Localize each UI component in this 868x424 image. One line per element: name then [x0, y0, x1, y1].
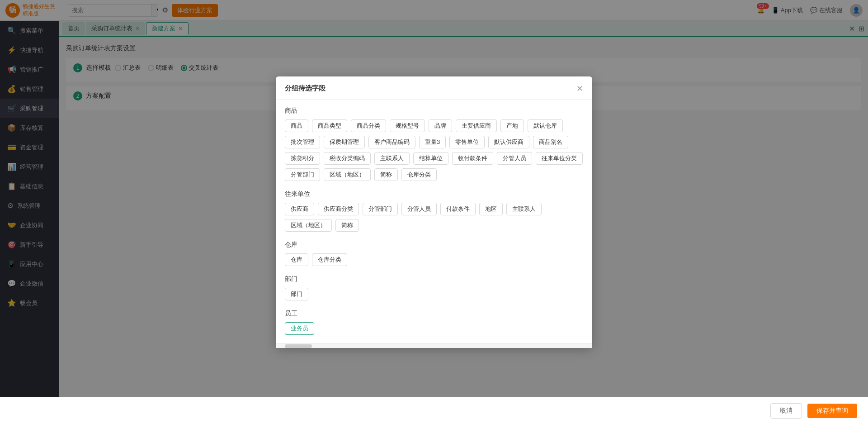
field-brand[interactable]: 品牌 [429, 119, 452, 132]
field-pick-points[interactable]: 拣货积分 [285, 152, 320, 165]
field-warehouse-type[interactable]: 仓库分类 [312, 253, 347, 266]
product-fields: 商品 商品类型 商品分类 规格型号 品牌 主要供应商 产地 默认仓库 批次管理 … [285, 119, 583, 181]
save-query-button[interactable]: 保存并查询 [807, 404, 857, 418]
field-payment-condition[interactable]: 付款条件 [440, 203, 476, 215]
field-area[interactable]: 地区 [479, 203, 503, 215]
field-dept[interactable]: 分管部门 [363, 203, 398, 215]
section-counterparty-title: 往来单位 [285, 190, 583, 198]
employee-fields: 业务员 [285, 322, 583, 335]
cancel-button[interactable]: 取消 [770, 403, 802, 419]
field-settlement-unit[interactable]: 结算单位 [413, 152, 448, 165]
section-employee: 员工 业务员 [285, 310, 583, 335]
modal-overlay: 分组待选字段 ✕ 商品 商品 商品类型 商品分类 规格型号 品牌 主要供应商 产… [0, 0, 868, 424]
field-salesperson[interactable]: 业务员 [285, 322, 314, 335]
section-product-title: 商品 [285, 107, 583, 115]
field-warehouse[interactable]: 仓库 [285, 253, 308, 266]
field-payment-terms[interactable]: 收付款条件 [452, 152, 493, 165]
field-main-supplier[interactable]: 主要供应商 [456, 119, 497, 132]
modal-body: 商品 商品 商品类型 商品分类 规格型号 品牌 主要供应商 产地 默认仓库 批次… [276, 100, 592, 343]
field-default-supplier[interactable]: 默认供应商 [488, 136, 529, 148]
modal-header: 分组待选字段 ✕ [276, 76, 592, 100]
field-weight3[interactable]: 重量3 [419, 136, 446, 148]
field-batch-management[interactable]: 批次管理 [285, 136, 320, 148]
field-responsible-person[interactable]: 分管人员 [497, 152, 532, 165]
field-manager[interactable]: 分管人员 [401, 203, 437, 215]
field-quality-management[interactable]: 保质期管理 [324, 136, 365, 148]
modal-horizontal-scrollbar[interactable] [276, 343, 592, 348]
counterparty-fields: 供应商 供应商分类 分管部门 分管人员 付款条件 地区 主联系人 区域（地区） … [285, 203, 583, 232]
field-default-warehouse[interactable]: 默认仓库 [528, 119, 563, 132]
field-short-name[interactable]: 简称 [374, 168, 398, 181]
section-employee-title: 员工 [285, 310, 583, 318]
field-supplier-category[interactable]: 供应商分类 [318, 203, 359, 215]
modal-close-icon[interactable]: ✕ [576, 84, 583, 94]
department-fields: 部门 [285, 288, 583, 300]
field-product-alias[interactable]: 商品别名 [533, 136, 568, 148]
section-warehouse-title: 仓库 [285, 241, 583, 249]
field-main-contact2[interactable]: 主联系人 [506, 203, 542, 215]
field-responsible-dept[interactable]: 分管部门 [285, 168, 320, 181]
field-product[interactable]: 商品 [285, 119, 308, 132]
field-customer-product-code[interactable]: 客户商品编码 [368, 136, 415, 148]
field-origin[interactable]: 产地 [500, 119, 524, 132]
field-counterparty-category[interactable]: 往来单位分类 [536, 152, 583, 165]
modal-title: 分组待选字段 [285, 84, 326, 93]
field-retail-unit[interactable]: 零售单位 [449, 136, 485, 148]
modal-footer: 取消 保存并查询 [0, 397, 868, 424]
section-department: 部门 部门 [285, 275, 583, 300]
field-tax-code[interactable]: 税收分类编码 [324, 152, 371, 165]
section-department-title: 部门 [285, 275, 583, 283]
section-warehouse: 仓库 仓库 仓库分类 [285, 241, 583, 266]
hscroll-thumb[interactable] [285, 344, 312, 348]
field-short-name2[interactable]: 简称 [335, 219, 359, 232]
field-department[interactable]: 部门 [285, 288, 308, 300]
section-product: 商品 商品 商品类型 商品分类 规格型号 品牌 主要供应商 产地 默认仓库 批次… [285, 107, 583, 181]
field-warehouse-category[interactable]: 仓库分类 [401, 168, 437, 181]
field-product-type[interactable]: 商品类型 [312, 119, 347, 132]
field-region2[interactable]: 区域（地区） [285, 219, 332, 232]
warehouse-fields: 仓库 仓库分类 [285, 253, 583, 266]
field-select-modal: 分组待选字段 ✕ 商品 商品 商品类型 商品分类 规格型号 品牌 主要供应商 产… [276, 76, 592, 348]
field-product-category[interactable]: 商品分类 [351, 119, 386, 132]
field-main-contact[interactable]: 主联系人 [374, 152, 410, 165]
field-region[interactable]: 区域（地区） [324, 168, 371, 181]
field-spec-model[interactable]: 规格型号 [390, 119, 425, 132]
field-supplier[interactable]: 供应商 [285, 203, 314, 215]
section-counterparty: 往来单位 供应商 供应商分类 分管部门 分管人员 付款条件 地区 主联系人 区域… [285, 190, 583, 232]
